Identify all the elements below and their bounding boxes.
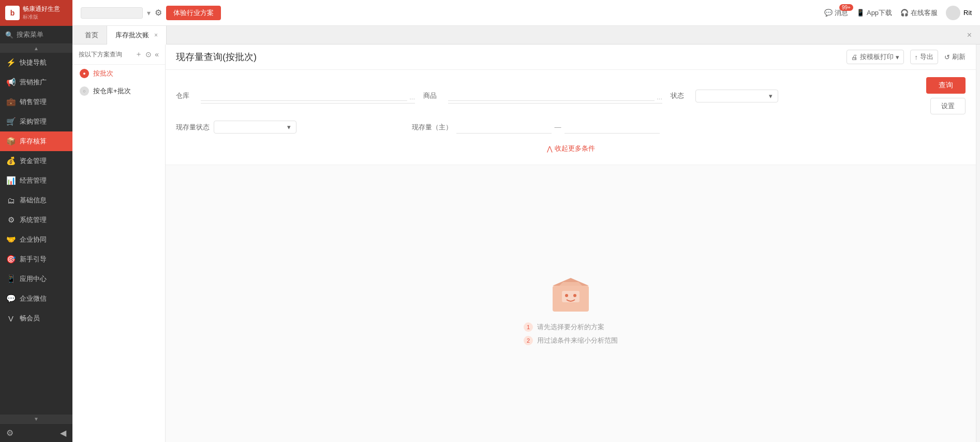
warehouse-input[interactable] [201, 89, 407, 101]
topbar: ▾ ⚙ 体验行业方案 💬 消息 99+ 📱 App下载 🎧 在线客服 Rit [72, 0, 980, 26]
collapse-label: 收起更多条件 [555, 144, 595, 153]
phone-icon: 📱 [856, 9, 865, 17]
app-center-icon: 📱 [6, 274, 16, 284]
scheme-add-icon[interactable]: ＋ [135, 50, 142, 59]
sidebar-item-basics[interactable]: 🗂 基础信息 [0, 190, 72, 210]
stock-status-select[interactable]: ▾ [214, 121, 296, 134]
svg-point-5 [573, 294, 576, 297]
sidebar-item-operations[interactable]: 📊 经营管理 [0, 171, 72, 190]
print-label: 按模板打印 [860, 52, 894, 62]
topbar-online-service[interactable]: 🎧 在线客服 [900, 8, 938, 18]
warehouse-label: 仓库 [176, 91, 197, 100]
scheme-item-by-warehouse-batch[interactable]: ○ 按仓库+批次 [72, 82, 165, 100]
sidebar-collapse-icon[interactable]: ◀ [60, 428, 66, 438]
sidebar-search[interactable]: 🔍 搜索菜单 [0, 26, 72, 44]
member-icon: V [6, 314, 16, 323]
sidebar-label-app-center: 应用中心 [20, 274, 47, 284]
svg-marker-2 [559, 282, 582, 286]
sidebar-label-system: 系统管理 [20, 215, 47, 225]
user-avatar [946, 6, 960, 20]
tab-close-icon[interactable]: × [154, 32, 158, 39]
guide-icon: 🎯 [6, 255, 16, 264]
collapse-more-button[interactable]: ⋀ 收起更多条件 [176, 140, 966, 157]
sidebar-settings-icon[interactable]: ⚙ [6, 428, 13, 438]
tab-inventory-batch-label: 库存批次账 [115, 31, 149, 40]
scheme-panel: 按以下方案查询 ＋ ⊙ « ● 按批次 ○ 按仓库+批次 [72, 45, 166, 442]
print-button[interactable]: 🖨 按模板打印 ▾ [847, 50, 904, 64]
main-content: 现存量查询(按批次) 🖨 按模板打印 ▾ ↑ 导出 ↺ 刷新 [166, 45, 976, 442]
tab-close-global-icon[interactable]: × [963, 31, 976, 40]
system-icon: ⚙ [6, 215, 16, 225]
sidebar-item-quick-nav[interactable]: ⚡ 快捷导航 [0, 53, 72, 72]
purchase-icon: 🛒 [6, 117, 16, 126]
print-dropdown-icon[interactable]: ▾ [896, 53, 899, 61]
inventory-icon: 📦 [6, 137, 16, 146]
scheme-collapse-icon[interactable]: « [155, 50, 159, 58]
status-select-arrow: ▾ [769, 92, 773, 100]
sidebar-item-system[interactable]: ⚙ 系统管理 [0, 210, 72, 230]
tab-inventory-batch[interactable]: 库存批次账 × [107, 26, 167, 45]
empty-hints: 1 请先选择要分析的方案 2 用过滤条件来缩小分析范围 [524, 322, 618, 345]
product-input[interactable] [448, 89, 655, 101]
range-separator: — [555, 123, 561, 131]
sidebar-footer: ⚙ ◀ [0, 423, 72, 442]
app-name: 畅康通好生意 [23, 5, 60, 13]
sidebar-item-inventory[interactable]: 📦 库存核算 [0, 131, 72, 151]
stock-qty-range: — [456, 121, 660, 134]
scheme-panel-title: 按以下方案查询 [79, 50, 122, 59]
status-select[interactable]: ▾ [695, 90, 778, 102]
sidebar-item-sales[interactable]: 💼 销售管理 [0, 92, 72, 112]
topbar-app-download[interactable]: 📱 App下载 [856, 8, 892, 18]
print-icon: 🖨 [851, 53, 858, 61]
sidebar-search-label: 搜索菜单 [17, 30, 43, 39]
collapse-chevron-icon: ⋀ [547, 145, 553, 153]
stock-status-select-arrow: ▾ [287, 123, 291, 131]
topbar-right: 💬 消息 99+ 📱 App下载 🎧 在线客服 Rit [824, 6, 972, 20]
quick-nav-icon: ⚡ [6, 58, 16, 67]
experience-button[interactable]: 体验行业方案 [166, 6, 221, 20]
app-name-block: 畅康通好生意 标准版 [23, 5, 60, 21]
topbar-messages[interactable]: 💬 消息 99+ [824, 8, 848, 18]
settings-button[interactable]: 设置 [930, 98, 966, 114]
topbar-user[interactable]: Rit [946, 6, 972, 20]
sidebar-item-member[interactable]: V 畅会员 [0, 308, 72, 328]
sidebar-item-finance[interactable]: 💰 资金管理 [0, 151, 72, 171]
stock-qty-min-input[interactable] [456, 121, 552, 134]
sidebar-scroll-down[interactable]: ▼ [0, 415, 72, 423]
sidebar-scroll-up[interactable]: ▲ [0, 44, 72, 53]
topbar-gear-icon[interactable]: ⚙ [155, 8, 162, 18]
tab-home[interactable]: 首页 [77, 26, 107, 45]
scheme-item-by-batch[interactable]: ● 按批次 [72, 65, 165, 82]
refresh-button[interactable]: ↺ 刷新 [944, 52, 966, 62]
right-scrollbar[interactable] [976, 45, 980, 442]
sidebar-item-app-center[interactable]: 📱 应用中心 [0, 269, 72, 289]
sidebar-item-purchase[interactable]: 🛒 采购管理 [0, 112, 72, 131]
empty-hint-1: 1 请先选择要分析的方案 [524, 322, 618, 332]
hint-1-text: 请先选择要分析的方案 [537, 322, 604, 332]
warehouse-more-icon[interactable]: ... [409, 93, 415, 101]
marketing-icon: 📢 [6, 78, 16, 87]
sidebar-label-enterprise: 企业协同 [20, 235, 47, 244]
wechat-icon: 💬 [6, 294, 16, 303]
sidebar-item-marketing[interactable]: 📢 营销推广 [0, 72, 72, 92]
scheme-settings-icon[interactable]: ⊙ [145, 50, 152, 58]
filter-status-field: 状态 ▾ [671, 90, 910, 102]
product-more-icon[interactable]: ... [657, 93, 662, 101]
hint-2-text: 用过滤条件来缩小分析范围 [537, 336, 618, 345]
topbar-dropdown-icon[interactable]: ▾ [147, 9, 151, 17]
sidebar-item-guide[interactable]: 🎯 新手引导 [0, 249, 72, 269]
filter-area: 仓库 ... 商品 ... [166, 70, 976, 165]
sidebar-label-member: 畅会员 [20, 314, 40, 323]
sidebar-item-wechat[interactable]: 💬 企业微信 [0, 289, 72, 308]
export-icon: ↑ [915, 53, 918, 61]
export-label: 导出 [920, 52, 933, 62]
sales-icon: 💼 [6, 97, 16, 107]
basics-icon: 🗂 [6, 196, 16, 205]
sidebar-item-enterprise[interactable]: 🤝 企业协同 [0, 230, 72, 249]
sidebar-label-quick-nav: 快捷导航 [20, 58, 47, 67]
message-badge: 99+ [839, 4, 853, 11]
export-button[interactable]: ↑ 导出 [910, 50, 939, 64]
filter-product-field: 商品 ... [423, 89, 662, 104]
query-button[interactable]: 查询 [926, 77, 966, 94]
stock-qty-max-input[interactable] [565, 121, 660, 134]
